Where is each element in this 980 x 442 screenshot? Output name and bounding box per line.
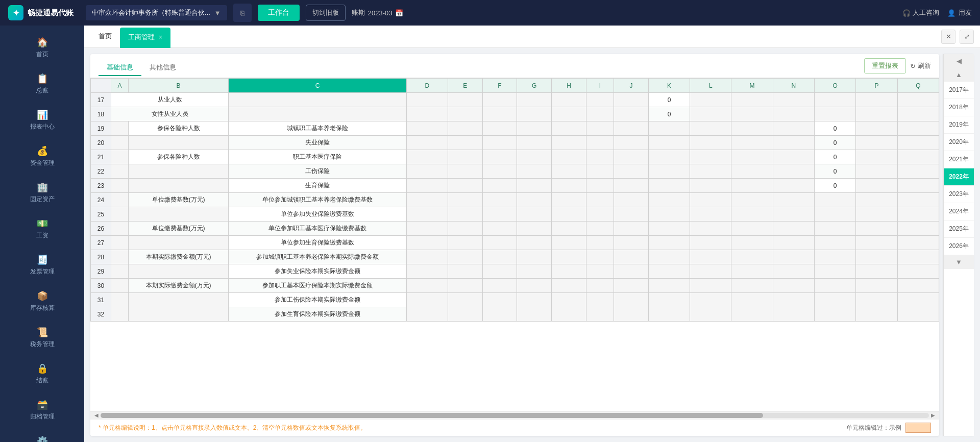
cell-f27[interactable] <box>482 236 517 250</box>
year-2026[interactable]: 2026年 <box>944 238 974 255</box>
cell-e31[interactable] <box>448 293 482 307</box>
year-2025[interactable]: 2025年 <box>944 220 974 238</box>
cell-p22[interactable] <box>856 164 897 179</box>
cell-f24[interactable] <box>482 193 517 207</box>
sidebar-item-settings[interactable]: ⚙️ 设置 <box>4 429 80 442</box>
cell-l22[interactable] <box>690 164 731 179</box>
cell-o26[interactable] <box>815 222 856 236</box>
cell-c19[interactable]: 城镇职工基本养老保险 <box>229 121 406 136</box>
workbench-button[interactable]: 工作台 <box>258 5 300 21</box>
cell-d22[interactable] <box>406 164 448 179</box>
cell-a19[interactable] <box>111 121 129 136</box>
cell-l27[interactable] <box>690 236 731 250</box>
cell-d29[interactable] <box>406 264 448 279</box>
cell-m18[interactable] <box>731 107 773 121</box>
cell-d17[interactable] <box>406 93 448 107</box>
cell-d18[interactable] <box>406 107 448 121</box>
cell-i17[interactable] <box>586 93 614 107</box>
cell-d20[interactable] <box>406 136 448 150</box>
cell-g27[interactable] <box>517 236 552 250</box>
cell-a26[interactable] <box>111 222 129 236</box>
year-scroll-down[interactable]: ▼ <box>944 255 974 269</box>
cell-p17[interactable] <box>856 93 897 107</box>
cell-d21[interactable] <box>406 150 448 164</box>
cell-e23[interactable] <box>448 179 482 193</box>
cell-p25[interactable] <box>856 207 897 222</box>
scroll-right-arrow[interactable]: ▶ <box>929 411 937 420</box>
cell-h27[interactable] <box>552 236 586 250</box>
company-selector[interactable]: 中审众环会计师事务所（特殊普通合伙... ▼ <box>86 5 227 20</box>
cell-m17[interactable] <box>731 93 773 107</box>
cell-g24[interactable] <box>517 193 552 207</box>
year-2019[interactable]: 2019年 <box>944 116 974 134</box>
cell-h24[interactable] <box>552 193 586 207</box>
cell-b32[interactable] <box>128 307 228 322</box>
cell-h26[interactable] <box>552 222 586 236</box>
cell-o21[interactable]: 0 <box>815 150 856 164</box>
sidebar-item-inventory[interactable]: 📦 库存核算 <box>4 284 80 318</box>
cell-o17[interactable] <box>815 93 856 107</box>
cell-l20[interactable] <box>690 136 731 150</box>
cell-h23[interactable] <box>552 179 586 193</box>
spreadsheet-scroll[interactable]: A B C D E F G H I J <box>90 78 939 411</box>
cell-m21[interactable] <box>731 150 773 164</box>
cell-j31[interactable] <box>614 293 649 307</box>
cell-p23[interactable] <box>856 179 897 193</box>
year-panel-collapse[interactable]: ◀ <box>944 54 974 68</box>
sub-tab-basic[interactable]: 基础信息 <box>99 60 141 76</box>
cell-k23[interactable] <box>648 179 690 193</box>
cell-n21[interactable] <box>773 150 814 164</box>
cell-p28[interactable] <box>856 250 897 264</box>
cell-b30[interactable]: 本期实际缴费金额(万元) <box>128 279 228 293</box>
calendar-icon[interactable]: 📅 <box>395 9 403 17</box>
cell-g20[interactable] <box>517 136 552 150</box>
cell-n24[interactable] <box>773 193 814 207</box>
cell-n31[interactable] <box>773 293 814 307</box>
cell-b19[interactable]: 参保各险种人数 <box>128 121 228 136</box>
year-2018[interactable]: 2018年 <box>944 99 974 116</box>
cell-o31[interactable] <box>815 293 856 307</box>
cell-j25[interactable] <box>614 207 649 222</box>
cell-h28[interactable] <box>552 250 586 264</box>
cell-i21[interactable] <box>586 150 614 164</box>
cell-b31[interactable] <box>128 293 228 307</box>
horizontal-scrollbar[interactable]: ◀ ▶ <box>90 411 939 419</box>
cell-q19[interactable] <box>897 121 939 136</box>
cell-e29[interactable] <box>448 264 482 279</box>
cell-i20[interactable] <box>586 136 614 150</box>
year-2017[interactable]: 2017年 <box>944 82 974 99</box>
year-2021[interactable]: 2021年 <box>944 151 974 168</box>
cell-g28[interactable] <box>517 250 552 264</box>
cell-o30[interactable] <box>815 279 856 293</box>
cell-a27[interactable] <box>111 236 129 250</box>
cell-h17[interactable] <box>552 93 586 107</box>
cell-m19[interactable] <box>731 121 773 136</box>
cell-q25[interactable] <box>897 207 939 222</box>
switch-version-button[interactable]: 切到旧版 <box>306 5 346 21</box>
cell-h19[interactable] <box>552 121 586 136</box>
cell-k25[interactable] <box>648 207 690 222</box>
tab-gongshang[interactable]: 工商管理 × <box>120 28 170 48</box>
cell-q32[interactable] <box>897 307 939 322</box>
reset-report-button[interactable]: 重置报表 <box>864 58 906 73</box>
cell-p32[interactable] <box>856 307 897 322</box>
sidebar-item-finance[interactable]: 💰 资金管理 <box>4 139 80 174</box>
cell-k30[interactable] <box>648 279 690 293</box>
year-2024[interactable]: 2024年 <box>944 203 974 220</box>
expand-window-button[interactable]: ⤢ <box>960 30 974 44</box>
cell-j30[interactable] <box>614 279 649 293</box>
cell-o32[interactable] <box>815 307 856 322</box>
cell-p27[interactable] <box>856 236 897 250</box>
cell-q31[interactable] <box>897 293 939 307</box>
cell-f30[interactable] <box>482 279 517 293</box>
cell-n28[interactable] <box>773 250 814 264</box>
cell-l26[interactable] <box>690 222 731 236</box>
cell-k31[interactable] <box>648 293 690 307</box>
cell-l28[interactable] <box>690 250 731 264</box>
cell-i19[interactable] <box>586 121 614 136</box>
cell-p19[interactable] <box>856 121 897 136</box>
cell-b23[interactable] <box>128 179 228 193</box>
cell-d19[interactable] <box>406 121 448 136</box>
cell-l23[interactable] <box>690 179 731 193</box>
cell-o25[interactable] <box>815 207 856 222</box>
